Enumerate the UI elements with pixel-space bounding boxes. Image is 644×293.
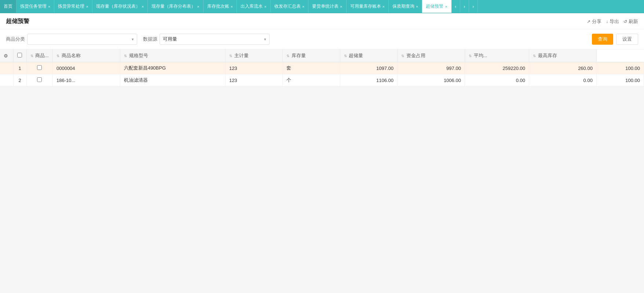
col-product-name[interactable]: ⇅ 商品名称: [52, 49, 120, 62]
data-source-select[interactable]: 可用量 ▾: [160, 34, 270, 45]
nav-close-icon[interactable]: ×: [302, 4, 304, 9]
nav-close-icon[interactable]: ×: [86, 4, 88, 9]
row-checkbox-cell[interactable]: [26, 62, 52, 74]
sort-icon: ⇅: [344, 54, 347, 58]
col-settings[interactable]: ⚙: [0, 49, 13, 62]
product-category-select[interactable]: ▾: [27, 34, 137, 45]
share-label: 分享: [592, 18, 601, 25]
col-capital[interactable]: ⇅ 资金占用: [397, 49, 465, 62]
row-avg: 0.00: [529, 74, 596, 86]
nav-close-icon[interactable]: ×: [340, 4, 342, 9]
col-overstock-label: 超储量: [349, 53, 363, 58]
row-stock: 1106.00: [340, 74, 397, 86]
row-overstock: 1006.00: [397, 74, 465, 86]
nav-label: 超储预警: [426, 3, 443, 10]
sort-icon: ⇅: [56, 54, 59, 58]
nav-baozhi[interactable]: 保质期查询 ×: [389, 0, 422, 13]
nav-label: 拣货任务管理: [20, 3, 47, 10]
chevron-down-icon: ▾: [132, 37, 134, 42]
table-container: ⚙ ⇅ 商品... ⇅ 商品名称 ⇅ 规格型号: [0, 49, 644, 86]
row-product-code: 186-10...: [52, 74, 120, 86]
col-overstock[interactable]: ⇅ 超储量: [340, 49, 397, 62]
nav-label: 现存量（库存分布表）: [151, 3, 195, 10]
col-spec-label: 规格型号: [129, 53, 148, 58]
table-body: 1 0000004 六配套新昌490BPG 123 套 1097.00 997.…: [0, 62, 644, 86]
col-spec[interactable]: ⇅ 规格型号: [120, 49, 225, 62]
share-button[interactable]: ↗ 分享: [587, 18, 601, 25]
nav-close-icon[interactable]: ×: [48, 4, 50, 9]
nav-label: 要货单统计表: [312, 3, 339, 10]
query-button[interactable]: 查询: [592, 34, 613, 45]
col-stock-label: 库存量: [292, 53, 306, 58]
filter-row: 商品分类 ▾ 数据源 可用量 ▾ 查询 设置: [0, 29, 644, 49]
row-max-stock: 100.00: [596, 62, 644, 74]
refresh-label: 刷新: [629, 18, 638, 25]
page-content: 超储预警 ↗ 分享 ↓ 导出 ↺ 刷新 商品分类 ▾ 数据源: [0, 13, 644, 86]
table-header-row: ⚙ ⇅ 商品... ⇅ 商品名称 ⇅ 规格型号: [0, 49, 644, 62]
row-spec: 123: [225, 62, 282, 74]
sort-icon: ⇅: [286, 54, 289, 58]
nav-close-active-icon[interactable]: ×: [445, 4, 447, 9]
col-capital-label: 资金占用: [406, 53, 425, 58]
row-checkbox-cell[interactable]: [26, 74, 52, 86]
row-stock: 1097.00: [340, 62, 397, 74]
nav-xiancunliang-kuaizhuang[interactable]: 现存量（库存状况表） ×: [92, 0, 148, 13]
nav-close-icon[interactable]: ×: [416, 4, 418, 9]
nav-label: 保质期查询: [392, 3, 414, 10]
nav-keyongliang[interactable]: 可用量库存账本 ×: [347, 0, 389, 13]
nav-home[interactable]: 首页: [0, 0, 17, 13]
nav-close-icon[interactable]: ×: [231, 4, 233, 9]
row-checkbox[interactable]: [37, 65, 42, 70]
refresh-button[interactable]: ↺ 刷新: [623, 18, 638, 25]
nav-arrow-left[interactable]: ‹: [451, 0, 460, 13]
nav-jianhuoyichangchuli[interactable]: 拣货异常处理 ×: [54, 0, 92, 13]
col-avg[interactable]: ⇅ 平均...: [465, 49, 529, 62]
page-title: 超储预警: [6, 18, 29, 25]
row-unit: 个: [283, 74, 340, 86]
nav-yaohuodantongji[interactable]: 要货单统计表 ×: [308, 0, 346, 13]
nav-shoufacunhuizong[interactable]: 收发存汇总表 ×: [271, 0, 308, 13]
nav-arrow-right[interactable]: ›: [460, 0, 469, 13]
row-unit: 套: [283, 62, 340, 74]
data-source-label: 数据源: [143, 36, 157, 42]
row-spec: 123: [225, 74, 282, 86]
nav-xiancunliang-fenbubiao[interactable]: 现存量（库存分布表） ×: [148, 0, 203, 13]
sort-icon: ⇅: [229, 54, 232, 58]
nav-close-icon[interactable]: ×: [383, 4, 385, 9]
nav-label: 库存批次账: [207, 3, 229, 10]
row-overstock: 997.00: [397, 62, 465, 74]
sort-icon: ⇅: [124, 54, 127, 58]
col-unit-label: 主计量: [234, 53, 249, 58]
col-product-code[interactable]: ⇅ 商品...: [26, 49, 52, 62]
nav-chaochuyujing[interactable]: 超储预警 ×: [422, 0, 451, 13]
row-checkbox[interactable]: [37, 77, 42, 82]
product-category-label: 商品分类: [6, 36, 25, 42]
nav-label: 收发存汇总表: [274, 3, 301, 10]
col-max-stock[interactable]: ⇅ 最高库存: [529, 49, 596, 62]
nav-label: 可用量库存账本: [350, 3, 381, 10]
col-avg-label: 平均...: [474, 53, 487, 58]
row-number: 1: [13, 62, 26, 74]
sort-icon: ⇅: [30, 54, 33, 58]
nav-jianhuorenwuguanli[interactable]: 拣货任务管理 ×: [17, 0, 54, 13]
export-button[interactable]: ↓ 导出: [606, 18, 619, 25]
col-unit[interactable]: ⇅ 主计量: [225, 49, 282, 62]
col-checkbox[interactable]: [13, 49, 26, 62]
row-number: 2: [13, 74, 26, 86]
row-settings-cell: [0, 74, 13, 86]
nav-label: 现存量（库存状况表）: [96, 3, 140, 10]
nav-home-label: 首页: [4, 3, 12, 10]
nav-close-icon[interactable]: ×: [264, 4, 266, 9]
nav-churukuliushui[interactable]: 出入库流水 ×: [237, 0, 270, 13]
nav-kucunpici[interactable]: 库存批次账 ×: [204, 0, 237, 13]
select-all-checkbox[interactable]: [17, 53, 22, 58]
nav-close-icon[interactable]: ×: [197, 4, 199, 9]
row-settings-cell: [0, 62, 13, 74]
settings-button[interactable]: 设置: [616, 34, 638, 45]
nav-close-icon[interactable]: ×: [142, 4, 144, 9]
col-product-code-label: 商品...: [35, 53, 49, 58]
col-stock[interactable]: ⇅ 库存量: [283, 49, 340, 62]
data-table: ⚙ ⇅ 商品... ⇅ 商品名称 ⇅ 规格型号: [0, 49, 644, 86]
nav-arrow-expand[interactable]: ›: [469, 0, 478, 13]
row-product-code: 0000004: [52, 62, 120, 74]
